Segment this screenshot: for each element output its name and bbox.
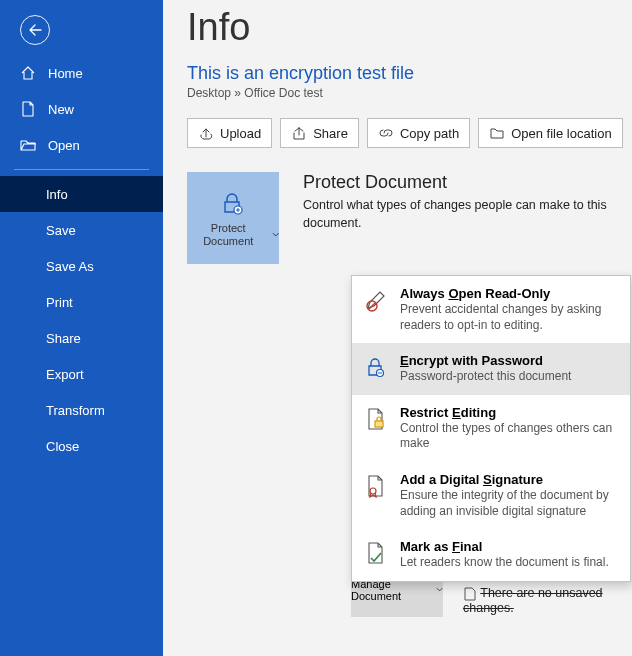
button-label: Upload [220,126,261,141]
sidebar-item-label: Share [46,331,81,346]
protect-section: Protect Document Protect Document Contro… [163,172,632,280]
sidebar-item-label: Info [46,187,68,202]
chevron-down-icon [436,586,443,594]
sidebar-item-label: Transform [46,403,105,418]
folder-icon [489,125,505,141]
share-icon [291,125,307,141]
menu-item-desc: Ensure the integrity of the document by … [400,488,618,519]
menu-item-title: Restrict Editing [400,405,618,420]
sidebar-item-label: Export [46,367,84,382]
menu-item-digital-signature[interactable]: Add a Digital Signature Ensure the integ… [352,462,630,529]
upload-button[interactable]: Upload [187,118,272,148]
protect-document-menu: Always Open Read-Only Prevent accidental… [351,275,631,582]
menu-item-restrict-editing[interactable]: Restrict Editing Control the types of ch… [352,395,630,462]
menu-item-desc: Let readers know the document is final. [400,555,618,571]
menu-item-title: Encrypt with Password [400,353,618,368]
button-label: Open file location [511,126,611,141]
sidebar-item-info[interactable]: Info [0,176,163,212]
sidebar-item-label: Print [46,295,73,310]
menu-item-title: Add a Digital Signature [400,472,618,487]
lock-key-icon [362,353,390,381]
menu-item-read-only[interactable]: Always Open Read-Only Prevent accidental… [352,276,630,343]
sidebar-item-label: Save [46,223,76,238]
main-panel: Info This is an encryption test file Des… [163,0,632,656]
section-desc: Control what types of changes people can… [303,197,622,232]
back-button[interactable] [20,15,50,45]
upload-icon [198,125,214,141]
chevron-down-icon [272,231,280,239]
pencil-slash-icon [362,286,390,314]
backstage-sidebar: Home New Open Info Save Save As Print [0,0,163,656]
share-button[interactable]: Share [280,118,359,148]
sidebar-item-home[interactable]: Home [0,55,163,91]
arrow-left-icon [28,23,42,37]
menu-item-title: Always Open Read-Only [400,286,618,301]
sidebar-item-new[interactable]: New [0,91,163,127]
new-doc-icon [20,101,36,117]
sidebar-item-print[interactable]: Print [0,284,163,320]
sidebar-item-label: Close [46,439,79,454]
sidebar-item-open[interactable]: Open [0,127,163,163]
lock-shield-icon [218,188,248,218]
tile-label: Protect Document [187,222,270,248]
button-label: Copy path [400,126,459,141]
menu-item-mark-final[interactable]: Mark as Final Let readers know the docum… [352,529,630,581]
breadcrumb: Desktop » Office Doc test [163,86,632,118]
sidebar-item-close[interactable]: Close [0,428,163,464]
sidebar-divider [14,169,149,170]
sidebar-item-export[interactable]: Export [0,356,163,392]
menu-item-desc: Password-protect this document [400,369,618,385]
sidebar-item-label: Save As [46,259,94,274]
protect-document-tile[interactable]: Protect Document [187,172,279,264]
sidebar-item-label: Open [48,138,80,153]
sidebar-item-label: Home [48,66,83,81]
open-file-location-button[interactable]: Open file location [478,118,622,148]
button-label: Share [313,126,348,141]
sidebar-item-label: New [48,102,74,117]
doc-check-icon [362,539,390,567]
folder-open-icon [20,137,36,153]
page-title: Info [163,0,632,63]
document-title: This is an encryption test file [163,63,632,86]
sidebar-item-save[interactable]: Save [0,212,163,248]
unsaved-changes-text: There are no unsaved changes. [463,586,632,615]
menu-item-encrypt-password[interactable]: Encrypt with Password Password-protect t… [352,343,630,395]
copy-path-button[interactable]: Copy path [367,118,470,148]
doc-lock-icon [362,405,390,433]
doc-ribbon-icon [362,472,390,500]
sidebar-item-transform[interactable]: Transform [0,392,163,428]
link-icon [378,125,394,141]
menu-item-desc: Control the types of changes others can … [400,421,618,452]
doc-icon [463,587,477,601]
menu-item-title: Mark as Final [400,539,618,554]
menu-item-desc: Prevent accidental changes by asking rea… [400,302,618,333]
home-icon [20,65,36,81]
sidebar-item-save-as[interactable]: Save As [0,248,163,284]
section-title: Protect Document [303,172,622,193]
svg-rect-3 [375,421,383,427]
action-bar: Upload Share Copy path Open file locatio… [163,118,632,172]
sidebar-item-share[interactable]: Share [0,320,163,356]
